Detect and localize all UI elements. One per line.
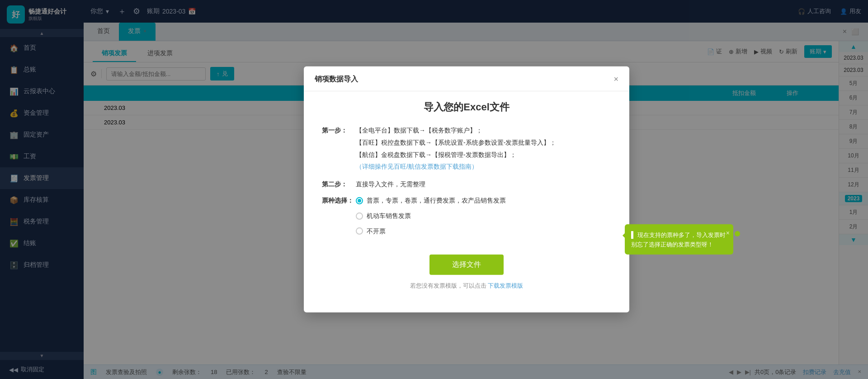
ticket-option-3[interactable]: 不开票 (356, 226, 611, 237)
ticket-row: 票种选择： 普票，专票，卷票，通行费发票，农产品销售发票 机动车销售发票 × ▌ (322, 195, 611, 246)
modal-title: 销项数据导入 (315, 75, 358, 84)
step2-content: 直接导入文件，无需整理 (356, 179, 611, 190)
tooltip-bubble: × ▌ 现在支持的票种多了，导入发票时别忘了选择正确的发票类型呀！ (625, 224, 733, 255)
radio-unselected-icon (356, 212, 363, 219)
ticket-option-2[interactable]: 机动车销售发票 × ▌ 现在支持的票种多了，导入发票时别忘了选择正确的发票类型呀… (356, 211, 611, 222)
ticket-options: 普票，专票，卷票，通行费发票，农产品销售发票 机动车销售发票 × ▌ 现在支持的… (356, 195, 611, 241)
import-modal: 销项数据导入 × 导入您的Excel文件 第一步： 【全电平台】数据下载→【税务… (304, 66, 629, 313)
template-link-row: 若您没有发票模版，可以点击 下载发票模版 (322, 282, 611, 290)
tooltip-close-button[interactable]: × (726, 228, 730, 238)
modal-body: 导入您的Excel文件 第一步： 【全电平台】数据下载→【税务数字账户】； 【百… (304, 91, 629, 299)
tooltip-bar: ▌ (631, 231, 636, 238)
guide-link[interactable]: （详细操作见百旺/航信发票数据下载指南） (356, 163, 478, 170)
download-template-link[interactable]: 下载发票模版 (488, 282, 523, 289)
tooltip-dot (735, 231, 740, 237)
step1-content: 【全电平台】数据下载→【税务数字账户】； 【百旺】税控盘数据下载→【系统设置-系… (356, 125, 611, 174)
ticket-label: 票种选择： (322, 195, 356, 206)
radio-unselected-icon2 (356, 227, 363, 235)
ticket-option-1[interactable]: 普票，专票，卷票，通行费发票，农产品销售发票 (356, 195, 611, 206)
radio-selected-icon (356, 197, 363, 204)
select-file-button[interactable]: 选择文件 (429, 255, 504, 275)
modal-header: 销项数据导入 × (304, 66, 629, 91)
modal-main-title: 导入您的Excel文件 (322, 100, 611, 114)
step2-label: 第二步： (322, 179, 356, 190)
modal-close-button[interactable]: × (613, 75, 618, 84)
step1-label: 第一步： (322, 125, 356, 174)
step2-row: 第二步： 直接导入文件，无需整理 (322, 179, 611, 190)
step1-row: 第一步： 【全电平台】数据下载→【税务数字账户】； 【百旺】税控盘数据下载→【系… (322, 125, 611, 174)
